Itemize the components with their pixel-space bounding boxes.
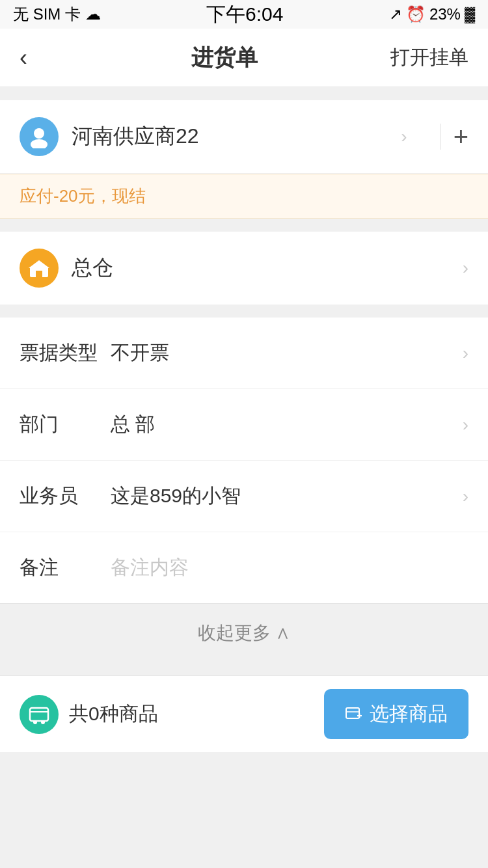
status-right: ↗ ⏰ 23% ▓ [389,5,475,23]
supplier-avatar [20,117,59,156]
select-product-icon [345,705,363,724]
salesperson-label: 业务员 [20,483,111,509]
bottom-bar: 共0种商品 选择商品 [0,675,488,752]
product-count-text: 共0种商品 [69,701,324,727]
alarm-icon: ⏰ [406,5,426,23]
select-product-button[interactable]: 选择商品 [324,689,468,739]
department-value: 总 部 [111,411,463,438]
svg-point-8 [41,720,45,724]
warehouse-row[interactable]: 总仓 › [0,232,488,305]
section-gap-2 [0,219,488,232]
sim-indicator: 无 SIM 卡 ☁ [13,4,101,25]
supplier-name: 河南供应商22 [72,122,401,151]
remark-label: 备注 [20,554,111,581]
page-background [0,752,488,868]
warehouse-icon [27,256,51,280]
battery-text: 23% [429,5,461,23]
salesperson-row[interactable]: 业务员 这是859的小智 › [0,460,488,532]
invoice-type-row[interactable]: 票据类型 不开票 › [0,318,488,388]
invoice-type-arrow-icon: › [463,343,468,364]
page-title: 进货单 [191,43,258,73]
svg-rect-5 [30,708,48,721]
svg-marker-3 [29,260,49,268]
remark-input[interactable]: 备注内容 [111,554,468,581]
section-gap-1 [0,87,488,100]
supplier-section: 河南供应商22 › + 应付-20元，现结 [0,100,488,219]
svg-point-7 [33,720,37,724]
cart-icon [27,703,51,726]
person-icon [27,125,51,148]
status-bar: 无 SIM 卡 ☁ 下午6:04 ↗ ⏰ 23% ▓ [0,0,488,29]
supplier-row[interactable]: 河南供应商22 › + [0,100,488,174]
salesperson-arrow-icon: › [463,486,468,507]
notice-bar: 应付-20元，现结 [0,174,488,219]
add-supplier-button[interactable]: + [454,122,468,152]
open-pending-button[interactable]: 打开挂单 [390,44,468,71]
warehouse-name: 总仓 [72,254,463,282]
select-product-label: 选择商品 [370,701,448,727]
svg-point-0 [34,128,44,139]
warehouse-section: 总仓 › [0,232,488,305]
back-button[interactable]: ‹ [20,44,59,72]
warehouse-arrow-icon: › [463,258,468,278]
location-icon: ↗ [389,5,402,23]
invoice-type-label: 票据类型 [20,340,111,366]
status-left: 无 SIM 卡 ☁ [13,4,101,25]
nav-bar: ‹ 进货单 打开挂单 [0,29,488,87]
status-time: 下午6:04 [206,1,283,28]
supplier-arrow-icon: › [401,126,407,147]
svg-rect-9 [346,708,359,718]
salesperson-value: 这是859的小智 [111,483,463,509]
department-row[interactable]: 部门 总 部 › [0,388,488,460]
remark-row[interactable]: 备注 备注内容 [0,532,488,603]
product-count-icon-wrap [20,695,59,734]
svg-point-1 [31,139,47,148]
section-gap-4 [0,662,488,675]
battery-icon: ▓ [465,6,475,23]
svg-rect-4 [36,271,42,277]
invoice-type-value: 不开票 [111,340,463,366]
department-label: 部门 [20,411,111,438]
warehouse-icon-wrap [20,249,59,288]
department-arrow-icon: › [463,414,468,435]
section-gap-3 [0,305,488,318]
collapse-button[interactable]: 收起更多 ∧ [0,603,488,662]
divider [440,124,441,150]
form-section: 票据类型 不开票 › 部门 总 部 › 业务员 这是859的小智 › 备注 备注… [0,318,488,662]
